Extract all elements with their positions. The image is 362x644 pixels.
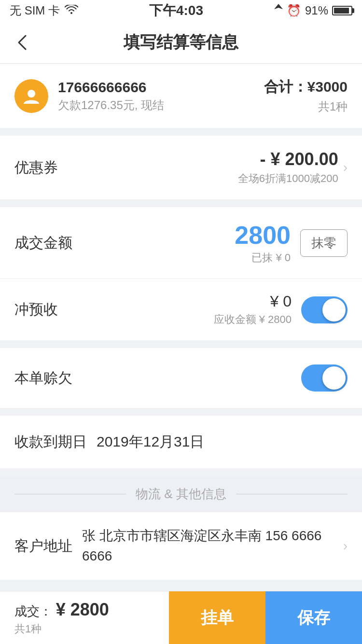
coupon-desc: 全场6折满1000减200 — [238, 171, 338, 186]
carrier-label: 无 SIM 卡 — [10, 3, 60, 18]
deal-amount-sub: 已抹 ¥ 0 — [235, 251, 291, 265]
deal-amount-right: 2800 已抹 ¥ 0 抹零 — [235, 221, 348, 265]
location-icon — [274, 4, 283, 17]
coupon-right: - ¥ 200.00 全场6折满1000减200 › — [238, 149, 348, 186]
save-button[interactable]: 保存 — [265, 591, 362, 644]
divider-line-right — [236, 494, 348, 494]
avatar — [14, 79, 48, 113]
prepay-label: 冲预收 — [14, 300, 58, 320]
bottom-count: 共1种 — [14, 622, 154, 636]
logistics-divider: 物流 & 其他信息 — [0, 476, 362, 512]
prepay-sub: 应收金额 ¥ 2800 — [214, 312, 292, 327]
bottom-info: 成交： ¥ 2800 共1种 — [0, 600, 169, 636]
deal-amount-row: 成交金额 2800 已抹 ¥ 0 抹零 — [0, 207, 362, 279]
nav-bar: 填写结算等信息 — [0, 21, 362, 64]
credit-toggle-knob — [322, 366, 346, 390]
prepay-toggle[interactable] — [301, 296, 348, 323]
customer-left: 17666666666 欠款1276.35元, 现结 — [14, 79, 164, 113]
divider-line-left — [14, 494, 126, 494]
customer-total: 合计：¥3000 — [264, 77, 348, 97]
deal-amount-label: 成交金额 — [14, 233, 72, 253]
customer-phone: 17666666666 — [58, 79, 164, 96]
customer-card: 17666666666 欠款1276.35元, 现结 合计：¥3000 共1种 — [0, 64, 362, 128]
hold-button[interactable]: 挂单 — [169, 591, 265, 644]
address-chevron-icon: › — [343, 538, 348, 554]
prepay-row: 冲预收 ¥ 0 应收金额 ¥ 2800 — [0, 279, 362, 340]
status-time: 下午4:03 — [149, 1, 203, 20]
bottom-deal-amount: ¥ 2800 — [56, 600, 109, 619]
bottom-bar: 成交： ¥ 2800 共1种 挂单 保存 — [0, 591, 362, 644]
bottom-deal-label: 成交： — [14, 604, 52, 618]
credit-toggle[interactable] — [301, 364, 348, 392]
chevron-right-icon: › — [343, 160, 348, 175]
credit-label: 本单赊欠 — [14, 368, 72, 388]
coupon-value: - ¥ 200.00 全场6折满1000减200 — [238, 149, 338, 186]
coupon-row[interactable]: 优惠券 - ¥ 200.00 全场6折满1000减200 › — [0, 136, 362, 199]
due-date-row: 收款到期日 2019年12月31日 — [0, 416, 362, 468]
customer-right: 合计：¥3000 共1种 — [264, 77, 348, 114]
coupon-label: 优惠券 — [14, 158, 58, 178]
svg-point-1 — [28, 90, 35, 98]
alarm-icon: ⏰ — [287, 4, 301, 17]
prepay-right: ¥ 0 应收金额 ¥ 2800 — [214, 293, 348, 327]
deal-amount-section: 成交金额 2800 已抹 ¥ 0 抹零 冲预收 ¥ 0 应收金额 ¥ 2800 — [0, 207, 362, 340]
bottom-amount-row: 成交： ¥ 2800 — [14, 600, 154, 620]
due-date-label: 收款到期日 — [14, 432, 87, 452]
coupon-amount: - ¥ 200.00 — [238, 149, 338, 169]
svg-point-0 — [70, 12, 72, 14]
round-zero-button[interactable]: 抹零 — [300, 229, 348, 257]
status-left: 无 SIM 卡 — [10, 3, 78, 18]
page-title: 填写结算等信息 — [124, 31, 238, 54]
customer-sub-info: 欠款1276.35元, 现结 — [58, 98, 164, 113]
customer-info: 17666666666 欠款1276.35元, 现结 — [58, 79, 164, 113]
prepay-amount: ¥ 0 — [214, 293, 292, 310]
address-label: 客户地址 — [14, 536, 72, 556]
battery-icon — [332, 6, 352, 15]
status-right: ⏰ 91% — [274, 4, 352, 17]
battery-percent: 91% — [305, 4, 328, 17]
deal-amount-value: 2800 — [235, 221, 291, 250]
due-date-value: 2019年12月31日 — [97, 432, 204, 452]
address-row[interactable]: 客户地址 张 北京市市辖区海淀区永丰南 156 6666 6666 › — [0, 512, 362, 580]
wifi-icon — [65, 4, 78, 17]
credit-row: 本单赊欠 — [0, 348, 362, 408]
toggle-knob — [322, 298, 346, 322]
logistics-section-label: 物流 & 其他信息 — [126, 486, 236, 503]
prepay-info: ¥ 0 应收金额 ¥ 2800 — [214, 293, 292, 327]
content: 17666666666 欠款1276.35元, 现结 合计：¥3000 共1种 … — [0, 64, 362, 644]
customer-count: 共1种 — [264, 99, 348, 114]
deal-amount-info: 2800 已抹 ¥ 0 — [235, 221, 291, 265]
status-bar: 无 SIM 卡 下午4:03 ⏰ 91% — [0, 0, 362, 21]
back-button[interactable] — [12, 32, 33, 53]
address-value: 张 北京市市辖区海淀区永丰南 156 6666 6666 — [82, 526, 334, 566]
